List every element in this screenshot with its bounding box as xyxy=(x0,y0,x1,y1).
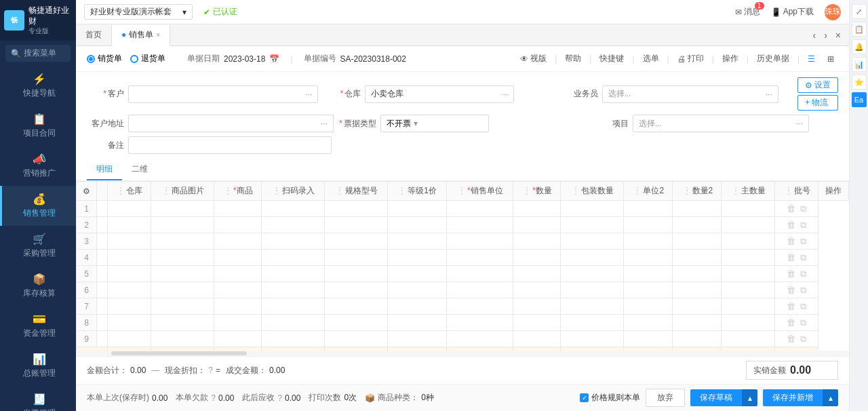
price-check-checkbox[interactable]: ✓ 价格规则本单 xyxy=(580,392,640,404)
row-copy-button[interactable]: ⧉ xyxy=(799,269,808,279)
receivable-help-icon[interactable]: ? xyxy=(277,393,282,403)
th-qty2[interactable]: ⋮数量2 xyxy=(673,182,722,201)
row-copy-button[interactable]: ⧉ xyxy=(799,334,808,345)
remark-input[interactable] xyxy=(128,136,332,154)
row-delete-button[interactable]: 🗑 xyxy=(785,236,797,246)
th-sale-unit[interactable]: ⋮*销售单位 xyxy=(446,182,513,201)
tab-home[interactable]: 首页 xyxy=(76,25,112,45)
th-settings[interactable]: ⚙ xyxy=(77,182,97,201)
th-unit2[interactable]: ⋮单位2 xyxy=(624,182,673,201)
tab-close-all-button[interactable]: × xyxy=(833,28,844,42)
search-menu-button[interactable]: 🔍 搜索菜单 xyxy=(5,45,71,62)
row-copy-button[interactable]: ⧉ xyxy=(799,203,808,214)
row-copy-button[interactable]: ⧉ xyxy=(799,220,808,231)
save-draft-button[interactable]: 保存草稿 xyxy=(690,389,742,406)
row-delete-button[interactable]: 🗑 xyxy=(785,317,797,328)
sidebar-item-quick-nav[interactable]: ⚡ 快捷导航 xyxy=(0,66,76,106)
print-button[interactable]: 🖨 打印 xyxy=(673,52,708,66)
th-product-img[interactable]: ⋮商品图片 xyxy=(151,182,214,201)
row-delete-button[interactable]: 🗑 xyxy=(785,203,797,214)
sidebar-item-project[interactable]: 📋 项目合同 xyxy=(0,106,76,146)
project-input[interactable]: 选择... ··· xyxy=(633,115,809,132)
history-button[interactable]: 历史单据 xyxy=(753,52,793,66)
row-copy-button[interactable]: ⧉ xyxy=(799,317,808,328)
project-select-icon[interactable]: ··· xyxy=(796,119,803,128)
sidebar-item-sales[interactable]: 💰 销售管理 xyxy=(0,186,76,226)
th-batch[interactable]: ⋮批号 xyxy=(775,182,818,201)
setup-button[interactable]: ⚙ 设置 xyxy=(797,77,838,93)
operate-button[interactable]: 操作 xyxy=(718,52,743,66)
abandon-button[interactable]: 放弃 xyxy=(646,389,685,407)
sidebar-item-purchase[interactable]: 🛒 采购管理 xyxy=(0,226,76,266)
row-copy-button[interactable]: ⧉ xyxy=(799,301,808,312)
th-product[interactable]: ⋮*商品 xyxy=(214,182,261,201)
right-panel-btn-4[interactable]: 📊 xyxy=(852,57,867,72)
view-mode-list[interactable]: ☰ xyxy=(804,53,819,65)
save-new-dropdown[interactable]: ▴ xyxy=(823,389,838,406)
sidebar-item-inventory[interactable]: 📦 库存核算 xyxy=(0,266,76,306)
right-panel-btn-3[interactable]: 🔔 xyxy=(852,39,867,54)
scroll-thumb[interactable] xyxy=(111,351,247,355)
salesman-input[interactable]: 选择... ··· xyxy=(602,85,778,103)
calendar-icon[interactable]: 📅 xyxy=(269,54,279,64)
table-container[interactable]: ⚙ ⋮仓库 ⋮商品图片 ⋮*商品 ⋮扫码录入 ⋮规格型号 ⋮等级1价 ⋮*销售单… xyxy=(76,181,849,351)
sidebar-item-ledger[interactable]: 📊 总账管理 xyxy=(0,346,76,386)
user-avatar[interactable]: 珠珠 xyxy=(825,4,841,20)
th-quantity[interactable]: ⋮*数量 xyxy=(513,182,561,201)
discount-help-icon[interactable]: ? xyxy=(208,366,213,375)
help-button[interactable]: 帮助 xyxy=(561,52,585,66)
ticket-select[interactable]: 不开票 ▾ xyxy=(380,115,489,132)
add-logistics-button[interactable]: + 物流 xyxy=(797,95,838,111)
row-copy-button[interactable]: ⧉ xyxy=(799,236,808,247)
row-delete-button[interactable]: 🗑 xyxy=(785,285,797,295)
horizontal-scrollbar[interactable] xyxy=(76,351,849,356)
row-delete-button[interactable]: 🗑 xyxy=(785,269,797,279)
row-delete-button[interactable]: 🗑 xyxy=(785,220,797,230)
sidebar-item-finance[interactable]: 💳 资金管理 xyxy=(0,306,76,346)
sidebar-item-marketing[interactable]: 📣 营销推广 xyxy=(0,146,76,186)
save-draft-dropdown[interactable]: ▴ xyxy=(742,389,757,406)
row-delete-button[interactable]: 🗑 xyxy=(785,301,797,311)
right-panel-btn-2[interactable]: 📋 xyxy=(852,22,867,37)
detail-tab-table[interactable]: 明细 xyxy=(87,159,122,180)
debt-help-icon[interactable]: ? xyxy=(211,393,216,403)
save-new-button[interactable]: 保存并新增 xyxy=(763,389,823,406)
select-button[interactable]: 选单 xyxy=(639,52,663,66)
radio-return[interactable]: 退货单 xyxy=(130,53,165,64)
th-grade-price[interactable]: ⋮等级1价 xyxy=(387,182,446,201)
right-panel-btn-6[interactable]: Ea xyxy=(852,92,867,107)
row-copy-button[interactable]: ⧉ xyxy=(799,285,808,296)
shortcut-button[interactable]: 快捷键 xyxy=(595,52,628,66)
warehouse-input[interactable]: 小卖仓库 ··· xyxy=(365,85,514,103)
row-delete-button[interactable]: 🗑 xyxy=(785,334,797,344)
tab-next-button[interactable]: › xyxy=(821,28,830,42)
th-spec[interactable]: ⋮规格型号 xyxy=(324,182,387,201)
warehouse-select-icon[interactable]: ··· xyxy=(501,90,508,99)
view-button[interactable]: 👁 视版 xyxy=(516,52,551,66)
app-download-button[interactable]: 📱 App下载 xyxy=(771,6,814,18)
th-pack-qty[interactable]: ⋮包装数量 xyxy=(561,182,624,201)
customer-input[interactable]: ··· xyxy=(128,85,318,103)
radio-sales[interactable]: 销货单 xyxy=(87,53,122,64)
th-main-qty[interactable]: ⋮主数量 xyxy=(722,182,775,201)
tab-prev-button[interactable]: ‹ xyxy=(810,28,818,42)
th-warehouse[interactable]: ⋮仓库 xyxy=(107,182,151,201)
sidebar-item-invoice[interactable]: 🧾 发票管理 xyxy=(0,386,76,411)
address-select-icon[interactable]: ··· xyxy=(321,119,328,128)
view-mode-grid[interactable]: ⊞ xyxy=(823,53,838,65)
ledger-icon: 📊 xyxy=(33,353,46,366)
radio-dot-sales xyxy=(87,55,95,63)
tab-sales-order[interactable]: ● 销售单 × xyxy=(112,25,170,46)
message-button[interactable]: ✉ 消息 1 xyxy=(735,6,760,18)
company-selector[interactable]: 好业财专业版演示帐套 ▾ xyxy=(84,4,193,20)
customer-select-icon[interactable]: ··· xyxy=(305,90,312,99)
right-panel-btn-5[interactable]: ⭐ xyxy=(852,75,867,90)
row-delete-button[interactable]: 🗑 xyxy=(785,252,797,262)
right-panel-btn-1[interactable]: ⤢ xyxy=(852,4,867,19)
row-copy-button[interactable]: ⧉ xyxy=(799,252,808,263)
detail-tab-2d[interactable]: 二维 xyxy=(122,159,157,180)
tab-close-button[interactable]: × xyxy=(156,31,160,39)
th-batch-import[interactable]: ⋮扫码录入 xyxy=(261,182,324,201)
salesman-select-icon[interactable]: ··· xyxy=(766,90,772,99)
address-input[interactable]: ··· xyxy=(128,115,334,132)
